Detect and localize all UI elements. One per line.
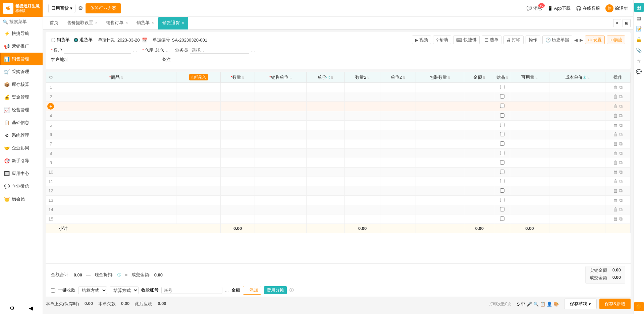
sale-unit-cell[interactable]	[255, 186, 306, 196]
delete-row-icon[interactable]: 🗑	[613, 132, 618, 137]
qty2-cell[interactable]	[345, 205, 380, 214]
gift-checkbox[interactable]	[500, 160, 504, 165]
gift-cell[interactable]	[495, 92, 510, 102]
settings-btn[interactable]: ⚙ 设置	[585, 36, 605, 44]
sidebar-item-shortcut[interactable]: ⚡ 快捷导航	[0, 27, 43, 40]
sidebar-item-system[interactable]: ⚙ 系统管理	[0, 129, 43, 142]
gift-cell[interactable]	[495, 83, 510, 92]
delete-row-icon[interactable]: 🗑	[613, 84, 618, 90]
copy-row-icon[interactable]: ⧉	[619, 84, 623, 90]
gift-cell[interactable]	[495, 149, 510, 158]
online-service-btn[interactable]: 🎧 在线客服	[576, 5, 600, 11]
unit2-cell[interactable]	[380, 102, 416, 111]
qty2-cell[interactable]	[345, 168, 380, 177]
one-click-pay-checkbox[interactable]	[51, 288, 55, 293]
sale-unit-cell[interactable]	[255, 139, 306, 149]
unit-price-cell[interactable]	[307, 102, 345, 111]
radio-sale-input[interactable]	[51, 38, 55, 42]
gift-checkbox[interactable]	[500, 113, 504, 118]
gift-checkbox[interactable]	[500, 141, 504, 146]
copy-row-icon[interactable]: ⧉	[619, 160, 623, 166]
copy-row-icon[interactable]: ⧉	[619, 141, 623, 147]
cost-price-cell[interactable]	[549, 177, 605, 186]
qty2-cell[interactable]	[345, 158, 380, 168]
available-cell[interactable]	[510, 149, 549, 158]
copy-row-icon[interactable]: ⧉	[619, 197, 623, 203]
sale-unit-cell[interactable]	[255, 196, 306, 205]
sidebar-settings-icon[interactable]: ⚙	[10, 305, 14, 311]
copy-row-icon[interactable]: ⧉	[619, 216, 623, 222]
prev-record-icon[interactable]: ◀	[574, 38, 578, 43]
qty-cell[interactable]	[221, 149, 255, 158]
pkg-qty-cell[interactable]	[416, 196, 464, 205]
product-cell[interactable]	[56, 205, 176, 214]
unit2-cell[interactable]	[380, 130, 416, 139]
amount-cell[interactable]	[464, 111, 495, 121]
split-btn[interactable]: 费用分摊	[264, 286, 287, 294]
available-cell[interactable]	[510, 168, 549, 177]
sidebar-item-appcenter[interactable]: 🔲 应用中心	[0, 167, 43, 180]
tab-sale-order[interactable]: 销售订单 ×	[102, 17, 131, 29]
delete-row-icon[interactable]: 🗑	[613, 160, 618, 166]
customer-dots[interactable]: ...	[133, 48, 137, 53]
sale-unit-cell[interactable]	[255, 168, 306, 177]
unit2-cell[interactable]	[380, 158, 416, 168]
unit-price-cell[interactable]	[307, 149, 345, 158]
help-btn[interactable]: ? 帮助	[433, 36, 451, 44]
delete-row-icon[interactable]: 🗑	[613, 150, 618, 156]
available-cell[interactable]	[510, 139, 549, 149]
sale-unit-cell[interactable]	[255, 121, 306, 130]
product-cell[interactable]	[56, 111, 176, 121]
qty2-cell[interactable]	[345, 177, 380, 186]
gift-cell[interactable]	[495, 177, 510, 186]
gift-checkbox[interactable]	[500, 216, 504, 221]
calc-method-select[interactable]: 结算方式	[78, 287, 107, 294]
industry-select[interactable]: 日用百货 ▾	[48, 4, 75, 13]
gift-cell[interactable]	[495, 214, 510, 224]
pkg-qty-cell[interactable]	[416, 83, 464, 92]
qty-cell[interactable]	[221, 92, 255, 102]
pkg-qty-cell[interactable]	[416, 102, 464, 111]
select-btn[interactable]: ☰ 选单	[482, 36, 501, 44]
unit2-cell[interactable]	[380, 111, 416, 121]
cost-price-cell[interactable]	[549, 83, 605, 92]
available-cell[interactable]	[510, 111, 549, 121]
available-cell[interactable]	[510, 92, 549, 102]
table-gear-icon[interactable]: ⚙	[49, 75, 53, 80]
sidebar-item-enterprise[interactable]: 🤝 企业协同	[0, 142, 43, 154]
gear-col-header[interactable]: ⚙	[46, 72, 56, 83]
address-input[interactable]	[70, 56, 151, 63]
gift-cell[interactable]	[495, 205, 510, 214]
delete-row-icon[interactable]: 🗑	[613, 141, 618, 147]
tab-sale-out[interactable]: 销货单 ×	[132, 17, 158, 29]
qty2-cell[interactable]	[345, 139, 380, 149]
tab-sale-return[interactable]: 销货退货 ×	[158, 17, 188, 29]
copy-row-icon[interactable]: ⧉	[619, 104, 623, 109]
gift-checkbox[interactable]	[500, 85, 504, 89]
radio-return-input[interactable]	[74, 38, 78, 42]
sidebar-item-wechat[interactable]: 💬 企业微信	[0, 180, 43, 193]
copy-row-icon[interactable]: ⧉	[619, 94, 623, 100]
copy-row-icon[interactable]: ⧉	[619, 122, 623, 128]
product-cell[interactable]	[56, 102, 176, 111]
amount-cell[interactable]	[464, 214, 495, 224]
qty2-cell[interactable]	[345, 196, 380, 205]
qty-cell[interactable]	[221, 186, 255, 196]
staff-input[interactable]	[190, 47, 249, 54]
pkg-qty-cell[interactable]	[416, 177, 464, 186]
copy-row-icon[interactable]: ⧉	[619, 188, 623, 194]
save-draft-btn[interactable]: 保存草稿 ▾	[564, 299, 597, 309]
unit-price-cell[interactable]	[307, 92, 345, 102]
app-download-btn[interactable]: 📱 App下载	[547, 5, 571, 11]
save-new-btn[interactable]: 保存&新增	[599, 299, 631, 309]
gift-checkbox[interactable]	[500, 207, 504, 211]
product-cell[interactable]	[56, 139, 176, 149]
copy-row-icon[interactable]: ⧉	[619, 179, 623, 184]
unit-price-cell[interactable]	[307, 158, 345, 168]
amount-cell[interactable]	[464, 102, 495, 111]
available-cell[interactable]	[510, 214, 549, 224]
right-panel-grid2-btn[interactable]: ▤	[634, 13, 644, 23]
gift-checkbox[interactable]	[500, 179, 504, 183]
amount-cell[interactable]	[464, 121, 495, 130]
cost-price-cell[interactable]	[549, 205, 605, 214]
